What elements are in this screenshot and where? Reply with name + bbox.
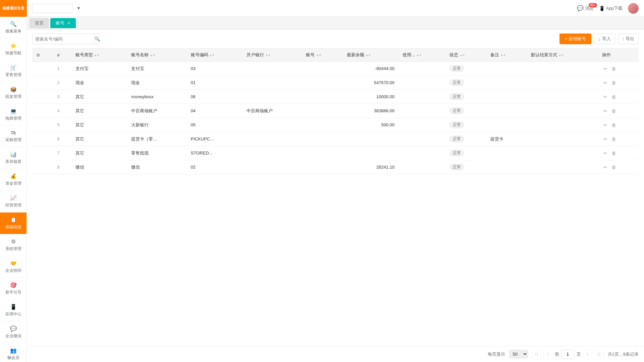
last-page-button[interactable]: ⟩⟩ [594,350,604,359]
row-actions: ✏ 🗑 [598,146,639,160]
row-settlement [527,132,598,146]
edit-button[interactable]: ✏ [602,65,609,72]
row-status: 正常 [445,62,486,76]
sidebar-item-member[interactable]: 👥畅会员 [0,343,26,362]
edit-button[interactable]: ✏ [602,94,609,100]
col-header-account[interactable]: 账号▲▼ [302,49,342,62]
edit-button[interactable]: ✏ [602,122,609,128]
next-page-button[interactable]: ⟩ [583,350,592,359]
row-remark [486,104,527,118]
sidebar-item-quick-nav[interactable]: ⭐快捷导航 [0,39,26,60]
search-button[interactable]: 🔍 [94,34,100,44]
sidebar-item-basic-info[interactable]: 📋基础信息 [0,213,26,234]
col-header-status[interactable]: 状态▲▼ [445,49,486,62]
sidebar-item-system[interactable]: ⚙系统管理 [0,234,26,256]
row-actions: ✏ 🗑 [598,90,639,104]
edit-button[interactable]: ✏ [602,79,609,86]
sidebar-label: 库存核算 [5,159,21,165]
tab-close-account[interactable]: ✕ [67,21,70,25]
delete-button[interactable]: 🗑 [610,150,618,157]
edit-button[interactable]: ✏ [602,108,609,114]
row-num: 2 [53,76,71,90]
import-button[interactable]: ↓ 导入 [594,34,615,44]
header-right: 💬 消息 99+ 📱 App下载 [577,3,639,14]
wholesale-icon: 📦 [10,86,17,93]
sidebar-item-newbie[interactable]: 🎯新手引导 [0,278,26,300]
row-remark [486,62,527,76]
add-account-button[interactable]: + 新增账号 [559,34,591,44]
member-icon: 👥 [10,347,17,354]
avatar[interactable] [628,3,639,14]
row-num: 6 [53,132,71,146]
sidebar-item-enterprise-wechat[interactable]: 💬企业微信 [0,321,26,343]
first-page-button[interactable]: ⟨⟨ [532,350,541,359]
edit-button[interactable]: ✏ [602,164,609,171]
table-row: 4其它中百商场账户04中百商场账户383866.00正常 ✏ 🗑 [32,104,639,118]
row-account [302,132,342,146]
sidebar-label: 资金管理 [5,181,21,186]
sidebar-item-search-menu[interactable]: 🔍搜索菜单 [0,17,26,39]
row-code: 02 [187,160,243,174]
col-header-usage[interactable]: 使用...▲▼ [398,49,445,62]
search-input[interactable] [33,34,94,44]
delete-button[interactable]: 🗑 [610,65,618,72]
tab-account[interactable]: 账号✕ [50,18,76,28]
tab-home[interactable]: 首页 [30,18,49,28]
row-type: 现金 [71,76,127,90]
finance-icon: 💰 [10,173,17,179]
sort-icon-code: ▲▼ [210,54,215,57]
sidebar-item-app-center[interactable]: 📱应用中心 [0,300,26,321]
purchase-icon: 🛍 [11,130,16,136]
system-icon: ⚙ [11,238,16,245]
sidebar-item-enterprise[interactable]: 🤝企业协同 [0,256,26,278]
row-num: 7 [53,146,71,160]
sort-icon-bank: ▲▼ [265,54,271,57]
col-header-type[interactable]: 账号类型▲▼ [71,49,127,62]
edit-button[interactable]: ✏ [602,136,609,142]
col-header-balance[interactable]: 最新余额▲▼ [343,49,399,62]
phone-icon: 📱 [599,6,605,11]
sidebar-label: 批发管理 [5,94,21,100]
sidebar-item-operations[interactable]: 📈经营管理 [0,191,26,213]
row-balance: 28241.10 [343,160,399,174]
row-code: 06 [187,90,243,104]
row-account [302,160,342,174]
row-status: 正常 [445,90,486,104]
row-actions: ✏ 🗑 [598,62,639,76]
sidebar-item-inventory[interactable]: 📊库存核算 [0,147,26,169]
edit-button[interactable]: ✏ [602,150,609,157]
delete-button[interactable]: 🗑 [610,136,618,142]
row-settlement [527,62,598,76]
tab-label-account: 账号 [56,20,64,26]
messages-button[interactable]: 💬 消息 99+ [577,5,594,11]
delete-button[interactable]: 🗑 [610,94,618,100]
content-area: 🔍 + 新增账号 ↓ 导入 ↑ 导出 ⚙#账号类型▲▼账号名称▲▼账号编码▲▼开… [27,29,644,362]
app-download-button[interactable]: 📱 App下载 [599,5,623,11]
sidebar-label: 应用中心 [5,311,21,317]
delete-button[interactable]: 🗑 [610,79,618,86]
col-header-name[interactable]: 账号名称▲▼ [127,49,186,62]
col-header-code[interactable]: 账号编码▲▼ [187,49,243,62]
sidebar: 畅捷通好生意 🔍搜索菜单⭐快捷导航🛒零售管理📦批发管理💻电商管理🛍采购管理📊库存… [0,0,27,362]
sidebar-item-wholesale[interactable]: 📦批发管理 [0,82,26,104]
top-search-input[interactable] [32,4,72,13]
sidebar-item-retail[interactable]: 🛒零售管理 [0,60,26,82]
delete-button[interactable]: 🗑 [610,122,618,128]
delete-button[interactable]: 🗑 [610,164,618,171]
row-usage [398,62,445,76]
table-row: 7其它零售抵现STORED...正常 ✏ 🗑 [32,146,639,160]
sidebar-item-finance[interactable]: 💰资金管理 [0,169,26,191]
sidebar-item-ecommerce[interactable]: 💻电商管理 [0,104,26,126]
export-button[interactable]: ↑ 导出 [618,34,639,44]
col-header-bank[interactable]: 开户银行▲▼ [243,49,302,62]
delete-button[interactable]: 🗑 [610,108,618,114]
per-page-select[interactable]: 50 20 100 [509,350,528,358]
gear-icon[interactable]: ⚙ [36,53,40,58]
prev-page-button[interactable]: ⟨ [543,350,553,359]
col-header-remark[interactable]: 备注▲▼ [486,49,527,62]
col-header-settlement[interactable]: 默认结算方式▲▼ [527,49,598,62]
header-dropdown[interactable]: ▼ [76,6,81,11]
sidebar-item-purchase[interactable]: 🛍采购管理 [0,126,26,147]
page-input[interactable] [561,350,575,359]
row-bank [243,118,302,132]
